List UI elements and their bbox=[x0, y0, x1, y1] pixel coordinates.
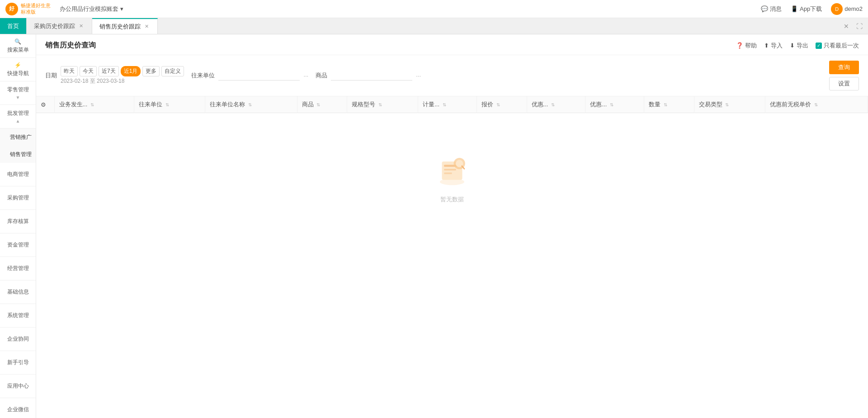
col-settings[interactable]: ⚙ bbox=[36, 96, 54, 113]
settings-button[interactable]: 设置 bbox=[829, 77, 859, 90]
tab-bar-actions: ✕ ⛶ bbox=[842, 18, 868, 34]
col-biz-date[interactable]: 业务发生... ⇅ bbox=[54, 96, 134, 113]
tab-sales-label: 销售历史价跟踪 bbox=[99, 23, 141, 31]
chevron-up-icon: ▲ bbox=[16, 119, 20, 124]
export-button[interactable]: ⬇ 导出 bbox=[790, 42, 808, 50]
main-layout: 🔍 搜索菜单 ⚡ 快捷导航 零售管理 ▼ 批发管理 ▲ 营销推广 销售管理 电商… bbox=[0, 34, 868, 418]
date-btn-custom[interactable]: 自定义 bbox=[161, 66, 184, 76]
date-filter-options: 昨天 今天 近7天 近1月 更多 自定义 2023-02-18 至 2023-0… bbox=[61, 66, 184, 85]
page-header-actions: ❓ 帮助 ⬆ 导入 ⬇ 导出 ✓ 只看最后一次 bbox=[736, 42, 859, 50]
query-button[interactable]: 查询 bbox=[829, 61, 859, 74]
sort-icon: ⇅ bbox=[814, 102, 818, 107]
sidebar-item-ops[interactable]: 经营管理 bbox=[0, 257, 36, 280]
table-container: ⚙ 业务发生... ⇅ 往来单位 ⇅ 往来单位名称 ⇅ bbox=[36, 96, 868, 418]
sidebar-item-purchase[interactable]: 采购管理 bbox=[0, 186, 36, 210]
sort-icon: ⇅ bbox=[496, 102, 500, 107]
tab-home-label: 首页 bbox=[7, 22, 19, 30]
sort-icon: ⇅ bbox=[165, 102, 169, 107]
page-title: 销售历史价查询 bbox=[45, 41, 96, 50]
app-download-button[interactable]: 📱 App下载 bbox=[791, 5, 822, 13]
search-icon: 🔍 bbox=[14, 38, 21, 45]
logo: 好 畅捷通好生意 标准版 bbox=[5, 3, 51, 15]
filter-area: 日期 昨天 今天 近7天 近1月 更多 自定义 2023-02-18 至 202… bbox=[36, 55, 868, 96]
quick-nav-icon: ⚡ bbox=[14, 62, 21, 68]
product-filter-group: 商品 ··· bbox=[316, 71, 421, 81]
sidebar-item-search[interactable]: 🔍 搜索菜单 bbox=[0, 34, 36, 58]
col-quantity[interactable]: 数量 ⇅ bbox=[644, 96, 694, 113]
table-header-row: ⚙ 业务发生... ⇅ 往来单位 ⇅ 往来单位名称 ⇅ bbox=[36, 96, 868, 113]
sidebar-item-sales-mgmt[interactable]: 销售管理 bbox=[0, 146, 36, 163]
partner-input[interactable] bbox=[218, 71, 300, 81]
sidebar: 🔍 搜索菜单 ⚡ 快捷导航 零售管理 ▼ 批发管理 ▲ 营销推广 销售管理 电商… bbox=[0, 34, 36, 418]
col-unit[interactable]: 计量... ⇅ bbox=[418, 96, 477, 113]
date-btn-more[interactable]: 更多 bbox=[142, 66, 160, 76]
logo-text: 畅捷通好生意 标准版 bbox=[21, 3, 51, 14]
col-product[interactable]: 商品 ⇅ bbox=[297, 96, 347, 113]
sidebar-item-wholesale[interactable]: 批发管理 ▲ bbox=[0, 105, 36, 128]
svg-rect-4 bbox=[444, 172, 452, 174]
sort-icon: ⇅ bbox=[248, 102, 252, 107]
col-price-no-tax[interactable]: 优惠前无税单价 ⇅ bbox=[765, 96, 868, 113]
partner-lookup-icon[interactable]: ··· bbox=[303, 72, 308, 79]
import-button[interactable]: ⬆ 导入 bbox=[764, 42, 783, 50]
col-discount2[interactable]: 优惠... ⇅ bbox=[585, 96, 644, 113]
sort-icon: ⇅ bbox=[378, 102, 382, 107]
sidebar-item-finance[interactable]: 资金管理 bbox=[0, 233, 36, 257]
import-icon: ⬆ bbox=[764, 42, 769, 49]
product-lookup-icon[interactable]: ··· bbox=[416, 72, 421, 79]
date-filter-group: 日期 昨天 今天 近7天 近1月 更多 自定义 2023-02-18 至 202… bbox=[45, 66, 184, 85]
sidebar-item-inventory[interactable]: 库存核算 bbox=[0, 210, 36, 233]
expand-button[interactable]: ⛶ bbox=[854, 22, 864, 31]
col-spec[interactable]: 规格型号 ⇅ bbox=[347, 96, 418, 113]
checkbox-icon: ✓ bbox=[816, 43, 822, 49]
sidebar-item-ecommerce[interactable]: 电商管理 bbox=[0, 163, 36, 186]
sidebar-item-apps[interactable]: 应用中心 bbox=[0, 375, 36, 398]
date-btn-7days[interactable]: 近7天 bbox=[99, 66, 119, 76]
filter-right-buttons: 查询 设置 bbox=[829, 61, 859, 90]
sort-icon: ⇅ bbox=[551, 102, 555, 107]
product-input[interactable] bbox=[331, 71, 412, 81]
sort-icon: ⇅ bbox=[610, 102, 613, 107]
sort-icon: ⇅ bbox=[90, 102, 94, 107]
sort-icon: ⇅ bbox=[725, 102, 729, 107]
close-all-tabs-button[interactable]: ✕ bbox=[842, 22, 851, 31]
sidebar-item-retail[interactable]: 零售管理 ▼ bbox=[0, 81, 36, 105]
sidebar-item-coop[interactable]: 企业协同 bbox=[0, 328, 36, 351]
date-btn-yesterday[interactable]: 昨天 bbox=[61, 66, 78, 76]
date-range-display: 2023-02-18 至 2023-03-18 bbox=[61, 77, 184, 85]
tab-purchase-close[interactable]: ✕ bbox=[78, 23, 85, 29]
product-filter-label: 商品 bbox=[316, 71, 327, 80]
date-btn-today[interactable]: 今天 bbox=[80, 66, 97, 76]
sidebar-item-wechat[interactable]: 企业微信 bbox=[0, 398, 36, 418]
col-quote[interactable]: 报价 ⇅ bbox=[477, 96, 527, 113]
tab-home[interactable]: 首页 bbox=[0, 18, 27, 34]
logo-icon: 好 bbox=[5, 3, 18, 15]
user-menu[interactable]: D demo2 bbox=[831, 3, 863, 15]
account-selector[interactable]: 办公用品行业模拟账套 ▾ bbox=[60, 5, 761, 13]
message-button[interactable]: 💬 消息 bbox=[761, 5, 782, 13]
empty-text: 暂无数据 bbox=[440, 195, 464, 204]
svg-rect-3 bbox=[444, 169, 456, 171]
col-trade-type[interactable]: 交易类型 ⇅ bbox=[694, 96, 765, 113]
phone-icon: 📱 bbox=[791, 5, 798, 12]
empty-state: 暂无数据 bbox=[36, 113, 868, 240]
tab-sales[interactable]: 销售历史价跟踪 ✕ bbox=[92, 18, 158, 34]
only-last-checkbox[interactable]: ✓ 只看最后一次 bbox=[816, 42, 859, 50]
gear-icon[interactable]: ⚙ bbox=[41, 101, 46, 108]
col-partner-code[interactable]: 往来单位 ⇅ bbox=[134, 96, 205, 113]
sidebar-item-system[interactable]: 系统管理 bbox=[0, 304, 36, 328]
col-partner-name[interactable]: 往来单位名称 ⇅ bbox=[205, 96, 297, 113]
col-discount1[interactable]: 优惠... ⇅ bbox=[527, 96, 585, 113]
top-bar: 好 畅捷通好生意 标准版 办公用品行业模拟账套 ▾ 💬 消息 📱 App下载 D… bbox=[0, 0, 868, 18]
sidebar-item-basic[interactable]: 基础信息 bbox=[0, 280, 36, 304]
date-btn-1month[interactable]: 近1月 bbox=[121, 66, 141, 76]
chevron-down-icon: ▾ bbox=[120, 5, 123, 12]
sidebar-item-guide[interactable]: 新手引导 bbox=[0, 351, 36, 375]
tab-purchase[interactable]: 采购历史价跟踪 ✕ bbox=[27, 18, 92, 34]
empty-illustration bbox=[432, 149, 472, 190]
tab-sales-close[interactable]: ✕ bbox=[143, 23, 150, 30]
sidebar-item-quick[interactable]: ⚡ 快捷导航 bbox=[0, 58, 36, 81]
partner-filter-group: 往来单位 ··· bbox=[191, 71, 308, 81]
sidebar-item-marketing[interactable]: 营销推广 bbox=[0, 128, 36, 146]
help-button[interactable]: ❓ 帮助 bbox=[736, 42, 757, 50]
